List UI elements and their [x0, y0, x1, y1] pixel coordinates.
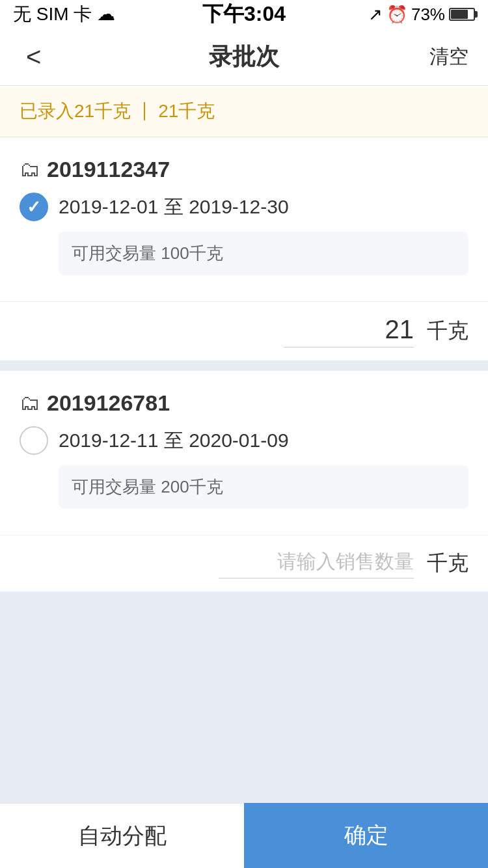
batch-2-available: 可用交易量 200千克	[59, 465, 468, 509]
batch-2-checkbox[interactable]	[20, 426, 48, 455]
batch-card-1: 🗂 2019112347 2019-12-01 至 2019-12-30 可用交…	[0, 137, 488, 301]
auto-distribute-button[interactable]: 自动分配	[0, 803, 244, 868]
batch-1-date: 2019-12-01 至 2019-12-30	[59, 194, 289, 221]
batch-1-quantity-row: 21 千克	[0, 301, 488, 360]
batch-1-number: 2019112347	[47, 157, 170, 182]
section-separator	[0, 360, 488, 371]
batch-2-number: 2019126781	[47, 390, 170, 416]
summary-divider	[144, 102, 145, 120]
location-icon: ↗	[368, 5, 383, 25]
batch-1-quantity-value: 21	[385, 315, 414, 344]
alarm-icon: ⏰	[386, 5, 407, 25]
batch-2-input-placeholder: 请输入销售数量	[277, 549, 414, 575]
clear-button[interactable]: 清空	[429, 44, 468, 70]
battery-percent: 73%	[411, 5, 445, 25]
summary-bar: 已录入21千克 21千克	[0, 86, 488, 137]
battery-icon	[449, 8, 475, 21]
batch-2-input-unit: 千克	[427, 549, 468, 578]
recorded-label: 已录入21千克	[20, 99, 131, 124]
status-left: 无 SIM 卡 ☁	[13, 2, 115, 27]
total-label: 21千克	[158, 99, 215, 124]
nav-bar: < 录批次 清空	[0, 29, 488, 86]
batch-1-quantity-unit: 千克	[427, 317, 468, 346]
batch-1-quantity-input[interactable]: 21	[284, 315, 414, 347]
batch-2-date: 2019-12-11 至 2020-01-09	[59, 427, 289, 454]
batch-1-icon: 🗂	[20, 157, 40, 182]
batch-2-header: 🗂 2019126781	[20, 390, 468, 416]
confirm-button[interactable]: 确定	[244, 803, 488, 868]
batch-1-row: 2019-12-01 至 2019-12-30	[20, 193, 468, 221]
batch-card-2: 🗂 2019126781 2019-12-11 至 2020-01-09 可用交…	[0, 371, 488, 535]
back-button[interactable]: <	[20, 36, 47, 78]
no-sim-label: 无 SIM 卡 ☁	[13, 2, 115, 27]
page-title: 录批次	[209, 41, 279, 73]
batch-2-icon: 🗂	[20, 391, 40, 415]
batch-2-input-row: 请输入销售数量 千克	[0, 535, 488, 591]
batch-2-row: 2019-12-11 至 2020-01-09	[20, 426, 468, 455]
batch-2-quantity-input[interactable]: 请输入销售数量	[219, 549, 414, 578]
batch-1-header: 🗂 2019112347	[20, 157, 468, 182]
status-right: ↗ ⏰ 73%	[368, 5, 475, 25]
status-bar: 无 SIM 卡 ☁ 下午3:04 ↗ ⏰ 73%	[0, 0, 488, 29]
batch-1-checkbox[interactable]	[20, 193, 48, 221]
batch-1-available: 可用交易量 100千克	[59, 232, 468, 275]
status-time: 下午3:04	[202, 0, 286, 29]
bottom-actions: 自动分配 确定	[0, 803, 488, 868]
